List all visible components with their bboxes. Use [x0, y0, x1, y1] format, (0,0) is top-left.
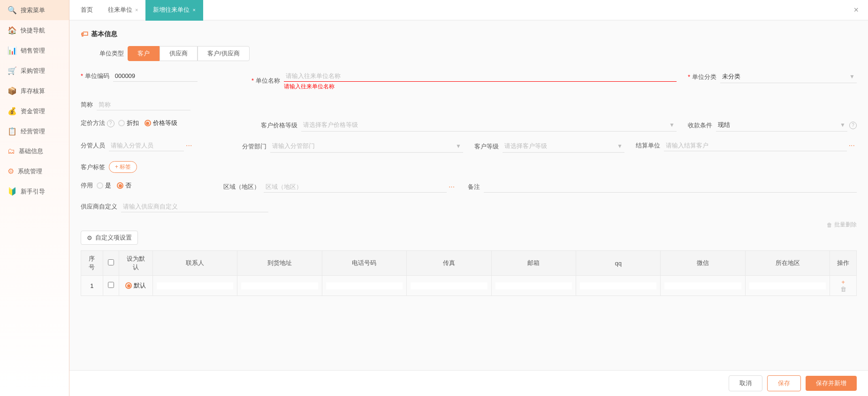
- field-supplier-custom: 供应商自定义: [81, 201, 268, 212]
- contact-input[interactable]: [157, 282, 233, 289]
- tab-home[interactable]: 首页: [73, 0, 100, 21]
- add-tag-button[interactable]: + 标签: [109, 161, 137, 173]
- tab-new-partner-close[interactable]: ×: [192, 7, 195, 13]
- col-seq: 序号: [81, 251, 103, 276]
- sidebar-item-inventory[interactable]: 📦 库存核算: [0, 81, 69, 101]
- field-remark: 备注: [468, 181, 857, 193]
- tab-partners-close[interactable]: ×: [135, 7, 138, 13]
- radio-no[interactable]: 否: [117, 181, 131, 190]
- radio-yes[interactable]: 是: [97, 181, 111, 190]
- custom-settings-button[interactable]: ⚙ 自定义项设置: [81, 231, 138, 245]
- customer-tag-label: 客户标签: [81, 163, 109, 171]
- fax-input[interactable]: [411, 282, 487, 289]
- sidebar-item-label: 资金管理: [21, 107, 45, 116]
- payment-terms-select[interactable]: 现结 ▼: [716, 119, 847, 132]
- unit-name-label: * 单位名称: [251, 77, 284, 85]
- qq-input[interactable]: [580, 282, 656, 289]
- unit-name-input[interactable]: [284, 70, 677, 82]
- cancel-button[interactable]: 取消: [729, 375, 762, 391]
- section-title: 基本信息: [91, 30, 117, 39]
- save-new-button[interactable]: 保存并新增: [806, 376, 857, 391]
- unit-btn-supplier[interactable]: 供应商: [160, 46, 198, 61]
- unit-btn-customer[interactable]: 客户: [128, 46, 160, 61]
- payment-terms-help-icon[interactable]: ?: [849, 122, 857, 129]
- row-delete-btn[interactable]: 🗑: [840, 286, 846, 293]
- tab-partners[interactable]: 往来单位 ×: [100, 0, 145, 21]
- email-input[interactable]: [495, 282, 572, 289]
- row-default-radio[interactable]: [125, 282, 132, 289]
- custom-settings-label: 自定义项设置: [95, 233, 132, 242]
- wechat-input[interactable]: [664, 282, 741, 289]
- col-email: 邮箱: [491, 251, 576, 276]
- manager-input[interactable]: [109, 140, 184, 151]
- short-name-input[interactable]: [97, 99, 190, 110]
- customer-price-level-select[interactable]: 请选择客户价格等级 ▼: [301, 119, 677, 132]
- cell-location: [745, 276, 830, 296]
- sidebar-item-quick-nav[interactable]: 🏠 快捷导航: [0, 20, 69, 40]
- settlement-unit-input[interactable]: [664, 140, 847, 151]
- col-checkbox: [103, 251, 119, 276]
- radio-discount[interactable]: 折扣: [118, 119, 139, 127]
- region-more-btn[interactable]: ···: [447, 183, 457, 191]
- tab-new-partner[interactable]: 新增往来单位 ×: [145, 0, 203, 21]
- cell-phone: [322, 276, 406, 296]
- sidebar-item-guide[interactable]: 🔰 新手引导: [0, 181, 69, 202]
- sidebar-item-finance[interactable]: 💰 资金管理: [0, 101, 69, 121]
- cell-seq: 1: [81, 276, 103, 296]
- save-button[interactable]: 保存: [767, 375, 801, 391]
- sidebar-item-purchase[interactable]: 🛒 采购管理: [0, 61, 69, 81]
- radio-yes-circle: [97, 182, 103, 189]
- unit-btn-both[interactable]: 客户/供应商: [198, 46, 250, 61]
- radio-price-level-circle: [145, 120, 151, 126]
- tab-bar: 首页 往来单位 × 新增往来单位 × ×: [69, 0, 868, 21]
- department-select[interactable]: 请输入分管部门 ▼: [270, 140, 463, 153]
- box-icon: 📦: [8, 86, 17, 95]
- col-wechat: 微信: [661, 251, 745, 276]
- customer-level-select[interactable]: 请选择客户等级 ▼: [503, 140, 624, 153]
- field-unit-code: * 单位编码: [81, 70, 240, 82]
- supplier-custom-input[interactable]: [121, 201, 268, 212]
- field-customer-price-level: 客户价格等级 请选择客户价格等级 ▼: [261, 119, 677, 132]
- select-all-checkbox[interactable]: [108, 259, 114, 265]
- sidebar-item-system[interactable]: ⚙ 系统管理: [0, 161, 69, 181]
- guide-icon: 🔰: [8, 187, 17, 196]
- field-department: 分管部门 请输入分管部门 ▼: [242, 140, 463, 153]
- section-icon: 🏷: [81, 30, 88, 39]
- manager-more-btn[interactable]: ···: [184, 141, 194, 150]
- form-row-pricing: 定价方法 ? 折扣 价格等级: [81, 119, 857, 132]
- radio-no-dot: [119, 184, 122, 187]
- address-input[interactable]: [241, 282, 318, 289]
- field-customer-level: 客户等级 请选择客户等级 ▼: [474, 140, 624, 153]
- row-checkbox[interactable]: [108, 282, 114, 288]
- location-input[interactable]: [749, 282, 826, 289]
- pricing-help-icon[interactable]: ?: [107, 120, 114, 127]
- sidebar-item-sales[interactable]: 📊 销售管理: [0, 40, 69, 61]
- department-label: 分管部门: [242, 142, 270, 151]
- field-disabled: 停用 是 否: [81, 181, 212, 190]
- sidebar-item-label: 基础信息: [19, 147, 43, 155]
- batch-delete-btn[interactable]: 🗑 批量删除: [827, 221, 857, 229]
- region-input[interactable]: [264, 181, 447, 193]
- settlement-unit-more-btn[interactable]: ···: [847, 141, 857, 150]
- cell-contact: [152, 276, 237, 296]
- sidebar-item-operations[interactable]: 📋 经营管理: [0, 121, 69, 141]
- sidebar-item-search[interactable]: 🔍 搜索菜单: [0, 0, 69, 20]
- remark-input[interactable]: [484, 181, 857, 193]
- radio-price-level[interactable]: 价格等级: [145, 119, 177, 127]
- manager-label: 分管人员: [81, 141, 109, 150]
- phone-input[interactable]: [326, 282, 403, 289]
- unit-type-row: 单位类型 客户 供应商 客户/供应商: [81, 46, 857, 61]
- tab-bar-close-btn[interactable]: ×: [848, 0, 864, 20]
- unit-category-select[interactable]: 未分类 ▼: [720, 70, 857, 83]
- department-placeholder: 请输入分管部门: [272, 142, 315, 150]
- clipboard-icon: 📋: [8, 127, 17, 136]
- col-qq: qq: [576, 251, 660, 276]
- unit-code-input[interactable]: [113, 70, 198, 82]
- col-default: 设为默认: [119, 251, 152, 276]
- form-row-shortname: 简称: [81, 99, 857, 110]
- sidebar-item-basic[interactable]: 🗂 基础信息: [0, 141, 69, 161]
- row-add-btn[interactable]: +: [841, 279, 845, 286]
- col-fax: 传真: [407, 251, 491, 276]
- contacts-table: 序号 设为默认 联系人 到货地址 电话号码 传真 邮箱 qq 微信 所在地区 操…: [81, 250, 857, 296]
- batch-delete-icon: 🗑: [827, 222, 832, 228]
